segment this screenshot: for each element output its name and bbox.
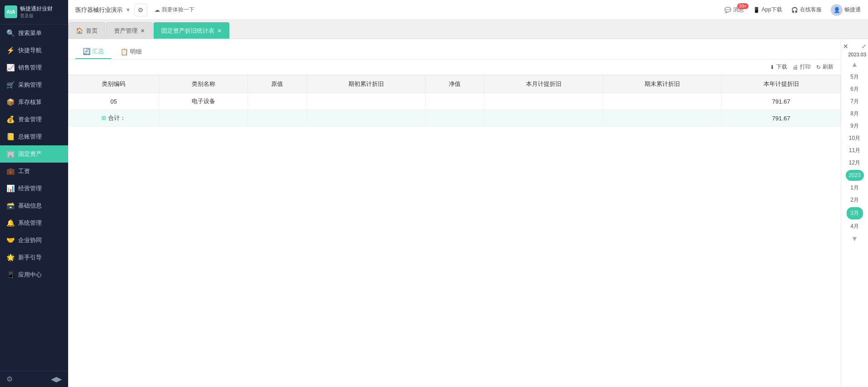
date-prev-months: 5月 6月 7月 8月 9月 10月 11月 12月 xyxy=(841,71,868,169)
row-month-dep xyxy=(484,93,603,110)
close-depreciation-tab[interactable]: ✕ xyxy=(217,28,222,34)
sidebar-item-guide[interactable]: 🌟 新手引导 xyxy=(0,249,68,266)
sidebar-logo: AtA 畅捷通好业财 普及版 xyxy=(0,0,68,25)
company-selector[interactable]: 医疗器械行业演示 ▼ xyxy=(75,6,131,14)
sub-tab-detail[interactable]: 📋 明细 xyxy=(113,45,149,59)
sidebar-item-quicknav[interactable]: ⚡ 快捷导航 xyxy=(0,42,68,59)
col-month-dep: 本月计提折旧 xyxy=(484,75,603,93)
detail-tab-icon: 📋 xyxy=(120,48,128,55)
funds-icon: 💰 xyxy=(6,115,15,124)
user-profile[interactable]: 👤 畅捷通 xyxy=(831,4,861,16)
col-code: 类别编码 xyxy=(69,75,159,93)
sidebar: AtA 畅捷通好业财 普及版 🔍 搜索菜单 ⚡ 快捷导航 📈 销售管理 🛒 采购… xyxy=(0,0,68,387)
row-end-dep xyxy=(603,93,721,110)
tabs-bar: 🏠 首页 资产管理 ✕ 固定资产折旧统计表 ✕ xyxy=(68,20,868,39)
date-panel-header: ✕ ⤢ xyxy=(841,41,868,52)
search-icon: 🔍 xyxy=(6,29,15,37)
sidebar-item-assets[interactable]: 🏢 固定资产 xyxy=(0,145,68,163)
tab-assets-mgmt[interactable]: 资产管理 ✕ xyxy=(106,22,153,39)
sidebar-item-basicinfo[interactable]: 🗃️ 基础信息 xyxy=(0,197,68,214)
total-row: ⊞ 合计： 791.67 xyxy=(69,110,841,127)
row-name: 电子设备 xyxy=(159,93,248,110)
date-month-6[interactable]: 6月 xyxy=(841,83,868,95)
close-assets-mgmt-tab[interactable]: ✕ xyxy=(140,28,145,34)
col-name: 类别名称 xyxy=(159,75,248,93)
sidebar-item-enterprise[interactable]: 🤝 企业协同 xyxy=(0,232,68,249)
date-panel-close-button[interactable]: ✕ xyxy=(843,43,848,50)
settings-button[interactable]: ⚙ xyxy=(134,4,147,16)
col-end-dep: 期末累计折旧 xyxy=(603,75,721,93)
date-month-11[interactable]: 11月 xyxy=(841,144,868,157)
sub-tabs: 🔄 汇总 📋 明细 xyxy=(68,45,841,60)
row-net xyxy=(426,93,484,110)
sidebar-item-appcenter[interactable]: 📱 应用中心 xyxy=(0,266,68,283)
date-2023-month-2[interactable]: 2月 xyxy=(841,194,868,206)
sidebar-item-operations[interactable]: 📊 经营管理 xyxy=(0,180,68,197)
date-2023-month-1[interactable]: 1月 xyxy=(841,182,868,194)
avatar: 👤 xyxy=(831,4,843,16)
row-init-dep xyxy=(307,93,425,110)
date-month-9[interactable]: 9月 xyxy=(841,120,868,132)
date-month-10[interactable]: 10月 xyxy=(841,132,868,144)
refresh-icon: ↻ xyxy=(816,64,821,70)
online-service-button[interactable]: 🎧 在线客服 xyxy=(791,6,822,14)
date-panel-expand-button[interactable]: ⤢ xyxy=(862,43,866,50)
settings-bottom-icon[interactable]: ⚙ xyxy=(6,375,13,383)
appcenter-icon: 📱 xyxy=(6,271,15,279)
gear-icon: ⚙ xyxy=(138,6,144,14)
logo-icon: AtA xyxy=(5,5,17,18)
total-year-dep: 791.67 xyxy=(722,110,841,127)
basicinfo-icon: 🗃️ xyxy=(6,202,15,210)
row-original xyxy=(248,93,307,110)
sidebar-item-ledger[interactable]: 📒 总账管理 xyxy=(0,128,68,145)
print-button[interactable]: 🖨 打印 xyxy=(793,63,811,71)
sales-icon: 📈 xyxy=(6,64,15,72)
messages-badge: 99+ xyxy=(737,3,749,9)
sidebar-item-inventory[interactable]: 📦 库存核算 xyxy=(0,94,68,111)
date-current-months: 1月 2月 3月 4月 xyxy=(841,182,868,233)
depreciation-table: 类别编码 类别名称 原值 期初累计折旧 净值 本月计提折旧 期末累计折旧 本年计… xyxy=(68,75,841,127)
system-icon: 🔔 xyxy=(6,219,15,227)
tab-depreciation[interactable]: 固定资产折旧统计表 ✕ xyxy=(154,22,229,39)
col-net: 净值 xyxy=(426,75,484,93)
table-row: 05 电子设备 791.67 xyxy=(69,93,841,110)
date-month-7[interactable]: 7月 xyxy=(841,95,868,108)
date-next-btn[interactable]: ▼ xyxy=(841,233,868,245)
sidebar-nav: 🔍 搜索菜单 ⚡ 快捷导航 📈 销售管理 🛒 采购管理 📦 库存核算 💰 资金管… xyxy=(0,25,68,371)
company-name: 医疗器械行业演示 xyxy=(75,6,123,14)
ledger-icon: 📒 xyxy=(6,133,15,141)
app-download-button[interactable]: 📱 App下载 xyxy=(753,6,782,14)
row-code: 05 xyxy=(69,93,159,110)
header-right: 💬 消息 99+ 📱 App下载 🎧 在线客服 👤 畅捷通 xyxy=(724,4,861,16)
toolbar: ⬇ 下载 🖨 打印 ↻ 刷新 xyxy=(68,60,841,75)
sidebar-item-funds[interactable]: 💰 资金管理 xyxy=(0,111,68,128)
summary-tab-icon: 🔄 xyxy=(83,48,90,55)
message-icon: 💬 xyxy=(724,7,731,13)
date-current-year[interactable]: 2023 xyxy=(846,170,864,181)
refresh-button[interactable]: ↻ 刷新 xyxy=(816,63,833,71)
sidebar-item-sales[interactable]: 📈 销售管理 xyxy=(0,59,68,76)
sub-tab-summary[interactable]: 🔄 汇总 xyxy=(75,45,111,59)
home-icon: 🏠 xyxy=(76,27,83,34)
date-month-5[interactable]: 5月 xyxy=(841,71,868,83)
sidebar-item-purchase[interactable]: 🛒 采购管理 xyxy=(0,76,68,94)
date-2023-month-4[interactable]: 4月 xyxy=(841,220,868,233)
header: 医疗器械行业演示 ▼ ⚙ ☁ 我要体验一下 💬 消息 99+ 📱 App下载 🎧… xyxy=(68,0,868,20)
content-area: 🔄 汇总 📋 明细 ⬇ 下载 🖨 打印 ↻ xyxy=(68,39,868,387)
collapse-icon[interactable]: ◀▶ xyxy=(51,375,62,383)
company-dropdown-icon: ▼ xyxy=(125,7,131,13)
sidebar-item-system[interactable]: 🔔 系统管理 xyxy=(0,214,68,232)
date-2023-month-3[interactable]: 3月 xyxy=(847,207,863,219)
sidebar-item-payroll[interactable]: 💼 工资 xyxy=(0,163,68,180)
date-prev-btn[interactable]: ▲ xyxy=(841,58,868,71)
tab-home[interactable]: 🏠 首页 xyxy=(68,22,105,39)
sidebar-item-search[interactable]: 🔍 搜索菜单 xyxy=(0,25,68,42)
date-month-12[interactable]: 12月 xyxy=(841,157,868,169)
download-button[interactable]: ⬇ 下载 xyxy=(770,63,787,71)
experience-button[interactable]: ☁ 我要体验一下 xyxy=(154,6,194,14)
messages-button[interactable]: 💬 消息 99+ xyxy=(724,6,744,14)
date-month-8[interactable]: 8月 xyxy=(841,108,868,120)
payroll-icon: 💼 xyxy=(6,167,15,175)
cloud-icon: ☁ xyxy=(154,7,160,13)
quicknav-icon: ⚡ xyxy=(6,46,15,55)
